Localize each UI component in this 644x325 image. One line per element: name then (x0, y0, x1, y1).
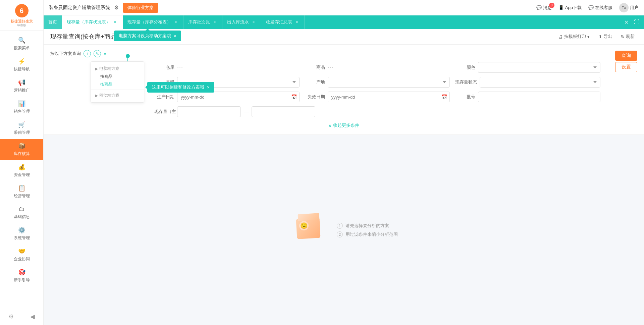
empty-hint-2: 2 用过滤条件来缩小分析范围 (337, 231, 398, 237)
sidebar-item-system[interactable]: ⚙️ 系统管理 (0, 223, 43, 244)
tab-inventory-status-label: 现存量（库存状况表） (67, 19, 110, 25)
expiry-date-input[interactable] (328, 92, 450, 102)
filter-back-button[interactable]: « (104, 51, 106, 56)
tab-inventory-dist[interactable]: 现存量（库存分布表） × (123, 15, 183, 29)
sidebar-logo: 6 畅捷通好生意 标准版 (0, 0, 43, 31)
collapse-more-bar[interactable]: ∧ 收起更多条件 (50, 120, 637, 129)
setup-button[interactable]: 设置 (615, 62, 637, 72)
tab-inventory-status-close[interactable]: × (112, 19, 118, 25)
tab-inout-flow-label: 出入库流水 (227, 19, 249, 25)
stock-status-label: 现存量状态 (455, 79, 477, 85)
cart-icon: 🛒 (18, 121, 25, 128)
export-label: 导出 (603, 34, 612, 40)
sidebar-item-search[interactable]: 🔍 搜索菜单 (0, 33, 43, 54)
tab-inventory-status[interactable]: 现存量（库存状况表） × (62, 15, 123, 29)
close-all-tabs-icon[interactable]: ✕ (622, 18, 631, 27)
empty-box-face: 😕 (299, 221, 309, 230)
collapse-arrow-icon: ∧ (328, 123, 332, 128)
stock-main-from-input[interactable] (177, 106, 241, 117)
tooltip-create-scheme: 这里可以创建和修改方案哦 × (147, 82, 214, 93)
user-item[interactable]: Ea 用户 (619, 3, 639, 12)
online-service-item[interactable]: 💬 在线客服 (588, 5, 612, 11)
settings-footer-icon[interactable]: ⚙ (7, 312, 15, 322)
sidebar-item-sales[interactable]: 📊 销售管理 (0, 97, 43, 118)
collapse-sidebar-icon[interactable]: ◀ (29, 312, 36, 322)
tab-batch-ledger-label: 库存批次账 (188, 19, 210, 25)
folder-icon: 🗂 (19, 206, 25, 213)
origin-label: 产地 (305, 79, 325, 85)
goods-dots[interactable]: ··· (328, 64, 334, 71)
tab-batch-ledger[interactable]: 库存批次账 × (183, 15, 222, 29)
app-download-item[interactable]: 📱 App下载 (558, 5, 582, 11)
experience-button[interactable]: 体验行业方案 (123, 3, 158, 13)
sidebar-item-marketing[interactable]: 📢 营销推广 (0, 75, 43, 97)
filter-add-button[interactable]: + (84, 50, 91, 57)
filter-circle-edit-button[interactable]: ✎ (94, 50, 101, 57)
origin-select[interactable] (328, 77, 450, 88)
tab-inventory-dist-close[interactable]: × (173, 19, 178, 25)
calendar-icon-2[interactable]: 📅 (441, 94, 447, 100)
sidebar-item-quick[interactable]: ⚡ 快捷导航 (0, 54, 43, 75)
service-icon: 💬 (588, 5, 594, 10)
sidebar-item-purchase[interactable]: 🛒 采购管理 (0, 118, 43, 139)
color-select[interactable] (478, 62, 600, 73)
stock-status-select[interactable] (480, 77, 600, 88)
batch-field: 批号 (455, 92, 600, 102)
tooltip-create-close[interactable]: × (207, 85, 210, 90)
tab-collect-summary-close[interactable]: × (294, 19, 300, 25)
hint-num-1: 1 (337, 223, 343, 229)
sidebar-item-operations[interactable]: 📋 经营管理 (0, 181, 43, 202)
goods-field: 商品 ··· (305, 64, 450, 71)
tab-inout-flow[interactable]: 出入库流水 × (222, 15, 261, 29)
sidebar-item-label: 搜索菜单 (14, 45, 30, 51)
warehouse-field: 仓库 ··· (154, 64, 300, 71)
message-item[interactable]: 💬 消息 9 (536, 5, 552, 11)
tab-inout-flow-close[interactable]: × (251, 19, 256, 25)
print-button[interactable]: 🖨 按模板打印 ▾ (556, 32, 592, 41)
sidebar-item-label: 快捷导航 (14, 66, 30, 72)
warehouse-label: 仓库 (154, 64, 174, 70)
fullscreen-icon[interactable]: ⛶ (632, 18, 641, 26)
top-header: 装备及固定资产辅助管理系统 ⚙ 体验行业方案 💬 消息 9 📱 App下载 💬 … (44, 0, 644, 15)
mobile-scheme-row: ▶ 移动端方案 (91, 91, 144, 100)
tab-collect-summary[interactable]: 收发存汇总表 × (261, 15, 305, 29)
scheme-dropdown-header: ▶ 电脑端方案 (91, 64, 144, 73)
stock-main-range: — (177, 106, 315, 117)
message-icon: 💬 (536, 5, 542, 10)
production-date-input[interactable] (177, 92, 300, 102)
query-button[interactable]: 查询 (615, 51, 637, 61)
sidebar-item-label: 库存核算 (14, 151, 30, 157)
export-button[interactable]: ⬆ 导出 (596, 32, 615, 41)
sidebar-item-inventory[interactable]: 📦 库存核算 (0, 139, 43, 160)
header-settings-icon[interactable]: ⚙ (114, 4, 119, 11)
scheme-item-goods-1[interactable]: 按商品 (91, 73, 144, 80)
sidebar-item-finance[interactable]: 💰 资金管理 (0, 160, 43, 181)
scheme-item-goods-2[interactable]: 按商品 (91, 80, 144, 88)
range-sep: — (244, 109, 249, 115)
sidebar-item-label: 基础信息 (14, 214, 30, 220)
action-buttons: 查询 设置 (615, 51, 637, 72)
collapse-label: 收起更多条件 (333, 122, 359, 128)
hint-text-2: 用过滤条件来缩小分析范围 (345, 231, 398, 237)
batch-input[interactable] (478, 92, 600, 102)
warehouse-dots[interactable]: ··· (177, 64, 183, 71)
sidebar-item-enterprise[interactable]: 🤝 企业协同 (0, 244, 43, 265)
stock-main-to-input[interactable] (252, 106, 315, 117)
stock-status-field: 现存量状态 (455, 77, 600, 88)
refresh-button[interactable]: ↻ 刷新 (618, 32, 637, 41)
header-right: 💬 消息 9 📱 App下载 💬 在线客服 Ea 用户 (536, 3, 639, 12)
calendar-icon-1[interactable]: 📅 (291, 94, 297, 100)
sidebar-item-label: 资金管理 (14, 172, 30, 178)
tab-batch-ledger-close[interactable]: × (212, 19, 217, 25)
filter-row-1: 仓库 ··· 商品 ··· 颜色 (154, 62, 600, 73)
tooltip-create-text: 这里可以创建和修改方案哦 (152, 84, 204, 90)
filter-header-label: 按以下方案查询 (50, 51, 81, 57)
sidebar-item-basic[interactable]: 🗂 基础信息 (0, 202, 43, 223)
search-icon: 🔍 (18, 37, 25, 44)
tooltip-scheme-close[interactable]: × (174, 33, 176, 39)
sidebar: 6 畅捷通好生意 标准版 🔍 搜索菜单 ⚡ 快捷导航 📢 营销推广 📊 销售管理… (0, 0, 44, 325)
sidebar-item-guide[interactable]: 🎯 新手引导 (0, 265, 43, 286)
sidebar-nav: 🔍 搜索菜单 ⚡ 快捷导航 📢 营销推广 📊 销售管理 🛒 采购管理 📦 库存核… (0, 31, 43, 308)
tab-home[interactable]: 首页 (44, 15, 62, 29)
sidebar-item-label: 销售管理 (14, 109, 30, 114)
